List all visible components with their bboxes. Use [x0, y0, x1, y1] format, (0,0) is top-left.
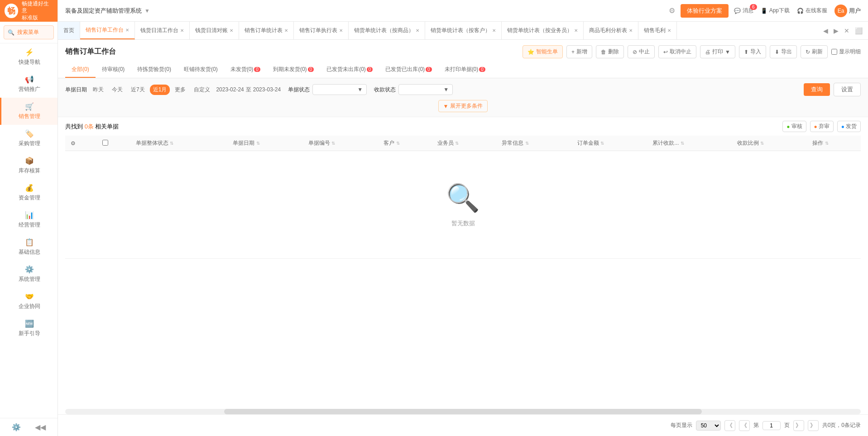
tab-sales-order-workspace[interactable]: 销售订单工作台✕: [80, 22, 135, 39]
delete-btn[interactable]: 🗑 删除: [596, 45, 624, 58]
set-btn[interactable]: 设置: [834, 83, 861, 96]
export-btn[interactable]: ⬇ 导出: [770, 45, 797, 58]
show-detail-checkbox[interactable]: [831, 49, 837, 55]
subtab-expired-not-shipped[interactable]: 到期未发货(0)0: [267, 62, 320, 78]
subtab-not-printed[interactable]: 未打印单据(0)0: [438, 62, 492, 78]
sidebar-item-inventory[interactable]: 📦库存核算: [0, 152, 58, 179]
sidebar-item-quick-nav[interactable]: ⚡快捷导航: [0, 43, 58, 71]
app-download-action[interactable]: 📱 App下载: [761, 7, 790, 14]
sort-icon-number[interactable]: ⇅: [331, 141, 335, 146]
print-btn[interactable]: 🖨 打印 ▼: [700, 45, 735, 58]
settings-icon[interactable]: ⚙: [669, 6, 675, 15]
last-page-btn[interactable]: 》: [808, 420, 819, 431]
prev-page-btn[interactable]: 《: [739, 420, 750, 431]
tab-close-sales-order-stat[interactable]: ✕: [284, 28, 288, 33]
sidebar-item-operation[interactable]: 📊经营管理: [0, 206, 58, 233]
tab-close-cash-daily[interactable]: ✕: [180, 28, 184, 33]
sort-icon-amount[interactable]: ⇅: [600, 141, 604, 146]
settings-icon[interactable]: ⚙️: [12, 423, 21, 431]
sort-icon-staff[interactable]: ⇅: [455, 141, 459, 146]
tab-close-gross-profit[interactable]: ✕: [629, 28, 633, 33]
scrollbar-thumb[interactable]: [224, 409, 701, 414]
tab-sales-stat-product[interactable]: 销货单统计表（按商品）✕: [349, 22, 425, 39]
tab-sales-stat-customer[interactable]: 销货单统计表（按客户）✕: [425, 22, 502, 39]
sort-icon-customer[interactable]: ⇅: [396, 141, 400, 146]
select-all-checkbox[interactable]: [102, 140, 108, 146]
subtab-pending-review[interactable]: 待审核(0): [96, 62, 131, 78]
col-settings-icon[interactable]: ⚙: [71, 140, 76, 147]
cancel-stop-btn[interactable]: ↩ 取消中止: [658, 45, 696, 58]
tab-prev-icon[interactable]: ◀: [821, 26, 830, 35]
subtab-wangpu-pending[interactable]: 旺铺待发货(0): [177, 62, 224, 78]
search-menu-button[interactable]: 🔍 搜索菜单: [4, 25, 54, 39]
sidebar-item-sales[interactable]: 🛒销售管理: [0, 98, 58, 125]
online-service-action[interactable]: 🎧 在线客服: [797, 7, 827, 14]
sort-icon-ratio[interactable]: ⇅: [760, 141, 764, 146]
tab-close-sales-order-exec[interactable]: ✕: [339, 28, 343, 33]
stop-btn[interactable]: ⊘ 中止: [628, 45, 655, 58]
collection-select[interactable]: ▼: [398, 84, 453, 95]
refresh-btn[interactable]: ↻ 刷新: [801, 45, 828, 58]
cancel-audit-btn[interactable]: ● 弃审: [810, 121, 834, 132]
quick-date-btn-1month[interactable]: 近1月: [150, 85, 170, 95]
import-btn[interactable]: ⬆ 导入: [739, 45, 766, 58]
quick-date-btn-yesterday[interactable]: 昨天: [90, 85, 107, 95]
system-dropdown-icon[interactable]: ▼: [144, 8, 150, 14]
tab-sales-order-stat[interactable]: 销售订单统计表✕: [239, 22, 294, 39]
tab-close-all-icon[interactable]: ✕: [842, 26, 851, 35]
tab-close-sales-stat-staff[interactable]: ✕: [574, 28, 578, 33]
message-action[interactable]: 💬 消息 6: [734, 7, 753, 14]
subtab-pending-inspection[interactable]: 待拣货验货(0): [131, 62, 177, 78]
tab-close-cash-reconcile[interactable]: ✕: [230, 28, 233, 33]
add-btn[interactable]: + 新增: [566, 45, 592, 58]
tab-gross-profit[interactable]: 商品毛利分析表✕: [584, 22, 638, 39]
sidebar-item-enterprise[interactable]: 🤝企业协同: [0, 288, 58, 315]
sort-icon-abnormal[interactable]: ⇅: [525, 141, 529, 146]
industry-btn[interactable]: 体验行业方案: [681, 4, 729, 18]
tab-cash-daily[interactable]: 钱货日清工作台✕: [135, 22, 190, 39]
tab-home[interactable]: 首页: [58, 22, 80, 39]
tab-sales-stat-staff[interactable]: 销货单统计表（按业务员）✕: [502, 22, 584, 39]
status-select[interactable]: ▼: [312, 84, 367, 95]
quick-date-btn-custom[interactable]: 自定义: [191, 85, 213, 95]
page-number-input[interactable]: [762, 421, 781, 430]
tab-sales-profit[interactable]: 销售毛利✕: [638, 22, 677, 39]
ship-btn[interactable]: ● 发货: [837, 121, 861, 132]
sort-icon-collected[interactable]: ⇅: [681, 141, 684, 146]
subtab-shipped-not-out[interactable]: 已发货未出库(0)0: [320, 62, 379, 78]
tab-sales-order-exec[interactable]: 销售订单执行表✕: [294, 22, 349, 39]
tab-close-sales-stat-product[interactable]: ✕: [416, 28, 419, 33]
collapse-icon[interactable]: ◀◀: [35, 423, 46, 431]
tab-maximize-icon[interactable]: ⬜: [853, 26, 864, 35]
audit-btn[interactable]: ● 审核: [782, 121, 806, 132]
subtab-shipped-out[interactable]: 已发货已出库(0)0: [379, 62, 438, 78]
tab-next-icon[interactable]: ▶: [832, 26, 840, 35]
expand-filter-btn[interactable]: ▼ 展开更多条件: [438, 100, 488, 112]
user-profile[interactable]: Ea 用户: [834, 5, 861, 17]
tab-close-sales-profit[interactable]: ✕: [667, 28, 671, 33]
tab-close-sales-order-workspace[interactable]: ✕: [125, 28, 129, 33]
quick-date-btn-more[interactable]: 更多: [172, 85, 189, 95]
sidebar-item-guide[interactable]: 🆕新手引导: [0, 315, 58, 342]
show-detail-checkbox-label[interactable]: 显示明细: [831, 48, 861, 56]
query-btn[interactable]: 查询: [804, 83, 830, 96]
tab-close-sales-stat-customer[interactable]: ✕: [492, 28, 496, 33]
subtab-all[interactable]: 全部(0): [65, 62, 96, 78]
subtab-not-shipped[interactable]: 未发货(0)0: [224, 62, 267, 78]
sidebar-item-finance[interactable]: 💰资金管理: [0, 179, 58, 206]
sidebar-item-marketing[interactable]: 📢营销推广: [0, 71, 58, 98]
smart-create-btn[interactable]: ⭐ 智能生单: [523, 45, 563, 58]
sidebar-item-basic[interactable]: 📋基础信息: [0, 233, 58, 261]
first-page-btn[interactable]: 《: [724, 420, 735, 431]
page-size-select[interactable]: 50 10 20 100: [696, 421, 721, 431]
tab-cash-reconcile[interactable]: 钱货日清对账✕: [190, 22, 239, 39]
sidebar-item-system[interactable]: ⚙️系统管理: [0, 261, 58, 288]
sort-icon-status[interactable]: ⇅: [170, 141, 173, 146]
quick-date-btn-today[interactable]: 今天: [109, 85, 126, 95]
sort-icon-operations[interactable]: ⇅: [825, 141, 829, 146]
quick-date-btn-7days[interactable]: 近7天: [128, 85, 148, 95]
sort-icon-date[interactable]: ⇅: [256, 141, 260, 146]
sidebar-item-purchase[interactable]: 🏷️采购管理: [0, 125, 58, 152]
next-page-btn[interactable]: 》: [793, 420, 804, 431]
horizontal-scrollbar[interactable]: [65, 409, 861, 414]
